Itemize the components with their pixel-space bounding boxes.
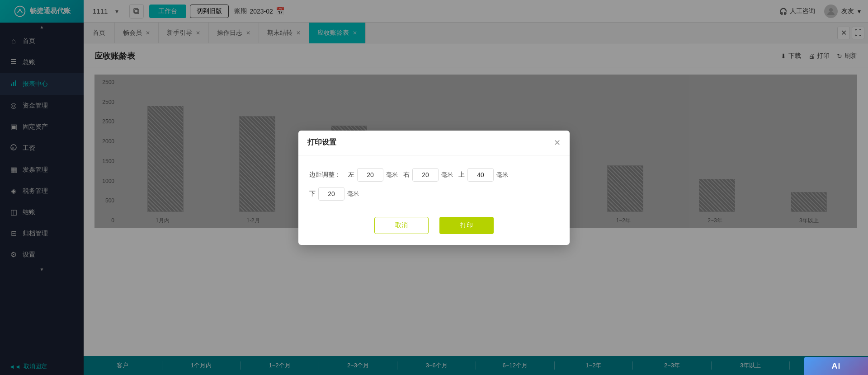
- right-margin-input[interactable]: [412, 168, 439, 182]
- left-margin-input[interactable]: [357, 168, 383, 182]
- right-margin-group: 右 毫米: [403, 168, 453, 182]
- modal-overlay: 打印设置 ✕ 边距调整： 左 毫米 右 毫米 上 毫米: [0, 0, 868, 375]
- margin-row: 边距调整： 左 毫米 右 毫米 上 毫米 下: [309, 168, 559, 201]
- print-confirm-button[interactable]: 打印: [439, 217, 494, 234]
- bottom-dir-label: 下: [309, 190, 316, 198]
- ai-badge[interactable]: Ai: [804, 357, 868, 375]
- top-dir-label: 上: [458, 171, 465, 179]
- top-unit: 毫米: [496, 171, 508, 179]
- bottom-unit: 毫米: [347, 190, 359, 198]
- right-dir-label: 右: [403, 171, 410, 179]
- modal-close-btn[interactable]: ✕: [554, 138, 561, 148]
- margin-adjust-label: 边距调整：: [309, 171, 341, 179]
- print-settings-modal: 打印设置 ✕ 边距调整： 左 毫米 右 毫米 上 毫米: [298, 131, 570, 245]
- modal-footer: 取消 打印: [298, 210, 570, 245]
- left-margin-group: 左 毫米: [348, 168, 398, 182]
- modal-header: 打印设置 ✕: [298, 131, 570, 155]
- top-margin-input[interactable]: [467, 168, 494, 182]
- ai-badge-label: Ai: [832, 361, 841, 371]
- bottom-margin-input[interactable]: [318, 187, 344, 201]
- left-dir-label: 左: [348, 171, 354, 179]
- right-unit: 毫米: [441, 171, 453, 179]
- top-margin-group: 上 毫米: [458, 168, 508, 182]
- left-unit: 毫米: [386, 171, 398, 179]
- bottom-margin-group: 下 毫米: [309, 187, 359, 201]
- cancel-button[interactable]: 取消: [374, 217, 429, 234]
- modal-title: 打印设置: [307, 138, 336, 147]
- modal-body: 边距调整： 左 毫米 右 毫米 上 毫米 下: [298, 155, 570, 210]
